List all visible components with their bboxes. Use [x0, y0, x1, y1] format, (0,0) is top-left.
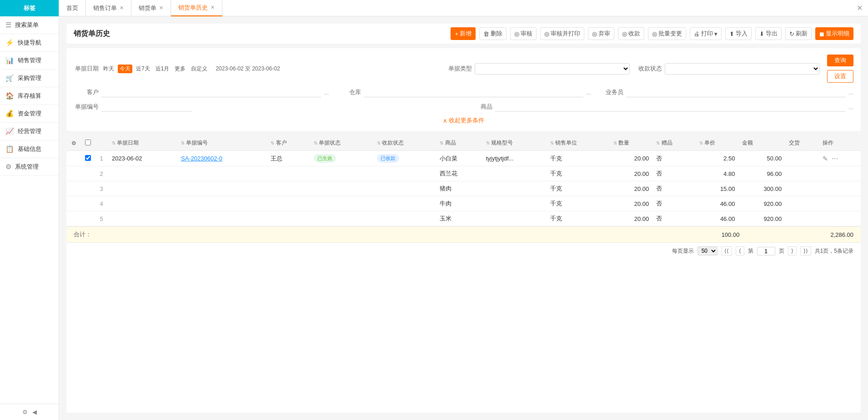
sidebar-item-finance-mgmt[interactable]: 💰 资金管理	[0, 105, 59, 123]
cell-doc-no[interactable]: SA-20230602-0	[177, 151, 267, 166]
sidebar-item-basic-info[interactable]: 📋 基础信息	[0, 140, 59, 158]
show-detail-button[interactable]: ◼ 显示明细	[815, 27, 853, 40]
tab-home[interactable]: 首页	[59, 0, 86, 16]
col-sales-unit[interactable]: ⇅ 销售单位	[547, 135, 610, 151]
customer-input[interactable]	[101, 87, 321, 97]
col-pay-status[interactable]: ⇅ 收款状态	[373, 135, 437, 151]
customer-ellipsis[interactable]: ...	[324, 89, 329, 96]
tab-sales-history[interactable]: 销货单历史 ✕	[171, 0, 222, 16]
customer-label: 客户	[74, 88, 99, 96]
col-transaction[interactable]: 交货	[785, 135, 819, 151]
row-checkbox[interactable]	[85, 155, 91, 161]
doc-type-select[interactable]	[475, 63, 630, 75]
sidebar-item-ops-mgmt[interactable]: 📈 经营管理	[0, 123, 59, 140]
delete-button[interactable]: 🗑 删除	[479, 27, 507, 40]
cell-spec-type	[482, 211, 547, 226]
col-unit-price[interactable]: ⇅ 单价	[696, 135, 739, 151]
cell-sales-unit: 千克	[547, 196, 610, 211]
page-prev-btn[interactable]: ⟨	[736, 246, 744, 255]
cell-num: 1	[95, 151, 108, 166]
batch-change-button[interactable]: ◎ 批量变更	[648, 27, 686, 40]
date-yesterday[interactable]: 昨天	[101, 65, 116, 73]
sidebar-item-search-menu[interactable]: ☰ 搜索菜单	[0, 16, 59, 34]
cell-checkbox[interactable]	[81, 211, 95, 226]
edit-icon[interactable]: ✎	[823, 155, 828, 162]
page-last-btn[interactable]: ⟩⟩	[800, 246, 811, 255]
col-doc-no[interactable]: ⇅ 单据编号	[177, 135, 267, 151]
print-button[interactable]: 🖨 打印 ▾	[690, 27, 722, 40]
date-today[interactable]: 今天	[118, 65, 132, 73]
cell-num: 3	[95, 181, 108, 196]
sidebar-item-sys-mgmt[interactable]: ⚙ 系统管理	[0, 158, 59, 176]
cell-doc-no[interactable]	[177, 196, 267, 211]
cell-amount: 920.00	[738, 211, 785, 226]
date-more[interactable]: 更多	[173, 65, 187, 73]
more-action-icon[interactable]: ⋯	[832, 155, 838, 162]
col-qty[interactable]: ⇅ 数量	[610, 135, 653, 151]
col-spec-type[interactable]: ⇅ 规格型号	[482, 135, 547, 151]
col-doc-date[interactable]: ⇅ 单据日期	[108, 135, 177, 151]
col-checkbox[interactable]	[81, 135, 95, 151]
col-customer[interactable]: ⇅ 客户	[267, 135, 310, 151]
tab-sales-order[interactable]: 销售订单 ✕	[86, 0, 131, 16]
tab-sales-goods[interactable]: 销货单 ✕	[131, 0, 171, 16]
sidebar-item-purchase-mgmt[interactable]: 🛒 采购管理	[0, 70, 59, 87]
query-button[interactable]: 查询	[827, 55, 853, 66]
page-input[interactable]	[757, 247, 775, 255]
salesperson-input[interactable]	[626, 87, 846, 97]
sidebar-item-sales-mgmt[interactable]: 📊 销售管理	[0, 52, 59, 70]
collect-button[interactable]: ◎ 收款	[618, 27, 644, 40]
page-first-btn[interactable]: ⟨⟨	[721, 246, 732, 255]
tab-bar-close-btn[interactable]: ✕	[851, 4, 868, 12]
docno-input[interactable]	[101, 102, 192, 112]
sidebar-item-inventory[interactable]: 🏠 库存核算	[0, 87, 59, 105]
page-next-btn[interactable]: ⟩	[788, 246, 797, 255]
add-button[interactable]: + 新增	[451, 27, 476, 40]
warehouse-input[interactable]	[364, 87, 583, 97]
date-7days[interactable]: 近7天	[134, 65, 152, 73]
cell-unit-price: 2.50	[696, 151, 739, 166]
page-header: 销货单历史 + 新增 🗑 删除 ◎ 审核 ◎	[66, 24, 861, 44]
abandon-button[interactable]: ◎ 弃审	[588, 27, 614, 40]
export-button[interactable]: ⬇ 导出	[755, 27, 782, 40]
sidebar-settings-icon[interactable]: ⚙	[22, 409, 28, 415]
col-gift[interactable]: ⇅ 赠品	[652, 135, 696, 151]
batch-change-label: 批量变更	[658, 30, 682, 38]
cell-doc-no[interactable]	[177, 181, 267, 196]
import-button[interactable]: ⬆ 导入	[725, 27, 752, 40]
col-settings[interactable]: ⚙	[66, 135, 81, 151]
cell-checkbox[interactable]	[81, 166, 95, 181]
date-custom[interactable]: 自定义	[189, 65, 209, 73]
warehouse-ellipsis[interactable]: ...	[586, 89, 591, 96]
cell-action	[819, 166, 861, 181]
cell-checkbox[interactable]	[81, 151, 95, 166]
doc-no-link[interactable]: SA-20230602-0	[181, 155, 222, 162]
sidebar-item-quick-nav[interactable]: ⚡ 快捷导航	[0, 34, 59, 52]
tab-close-icon[interactable]: ✕	[211, 5, 215, 10]
filter-collapse[interactable]: ∧ 收起更多条件	[74, 116, 853, 125]
salesperson-ellipsis[interactable]: ...	[848, 89, 853, 96]
col-doc-status[interactable]: ⇅ 单据状态	[310, 135, 373, 151]
cell-doc-no[interactable]	[177, 211, 267, 226]
refresh-button[interactable]: ↻ 刷新	[785, 27, 812, 40]
cell-doc-no[interactable]	[177, 166, 267, 181]
goods-ellipsis[interactable]: ...	[848, 104, 853, 110]
import-icon: ⬆	[729, 30, 734, 37]
col-goods[interactable]: ⇅ 商品	[436, 135, 482, 151]
audit-button[interactable]: ◎ 审核	[510, 27, 537, 40]
date-1month[interactable]: 近1月	[154, 65, 171, 73]
cell-action: ✎⋯	[819, 151, 861, 166]
sidebar-collapse-icon[interactable]: ◀	[32, 409, 37, 415]
tab-close-icon[interactable]: ✕	[120, 5, 124, 11]
cell-checkbox[interactable]	[81, 196, 95, 211]
tab-close-icon[interactable]: ✕	[159, 5, 163, 11]
setting-button[interactable]: 设置	[827, 70, 853, 83]
per-page-select[interactable]: 50	[697, 246, 717, 255]
goods-input[interactable]	[495, 102, 846, 112]
sort-icon: ⇅	[486, 140, 490, 145]
audit-print-button[interactable]: ◎ 审核并打印	[540, 27, 584, 40]
select-all-checkbox[interactable]	[85, 140, 91, 145]
pay-status-select[interactable]	[665, 63, 820, 75]
cell-checkbox[interactable]	[81, 181, 95, 196]
col-amount[interactable]: 金额	[738, 135, 785, 151]
